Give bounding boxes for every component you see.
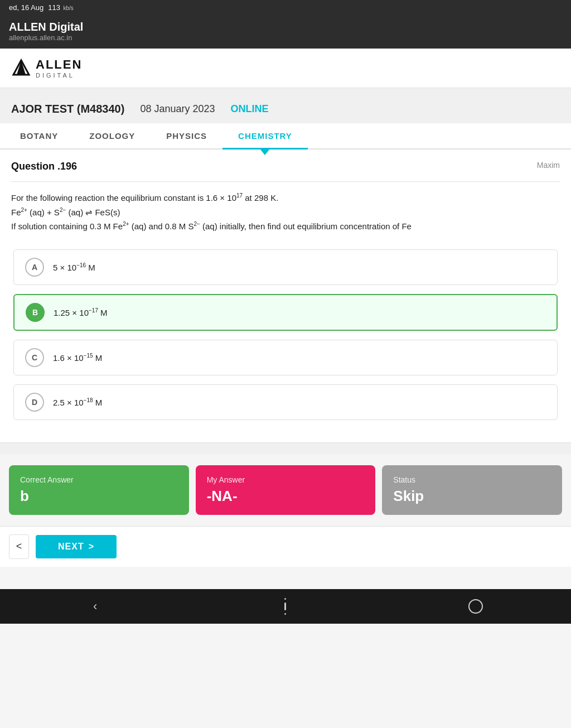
option-b[interactable]: B 1.25 × 10−17 M: [13, 294, 558, 331]
option-d[interactable]: D 2.5 × 10−18 M: [13, 384, 558, 420]
question-header: Question .196 Maxim: [11, 161, 560, 172]
option-b-circle: B: [26, 303, 45, 322]
android-recent-button[interactable]: [464, 598, 487, 615]
status-bar: ed, 16 Aug 113 kb/s: [0, 0, 571, 15]
option-b-text: 1.25 × 10−17 M: [54, 307, 108, 317]
my-answer-card: My Answer -NA-: [196, 465, 376, 515]
prev-button[interactable]: <: [9, 534, 29, 559]
android-nav-bar: ‹: [0, 589, 571, 624]
test-mode: ONLINE: [231, 103, 269, 115]
option-c-circle: C: [25, 348, 44, 367]
option-c[interactable]: C 1.6 × 10−15 M: [13, 340, 558, 375]
correct-answer-card: Correct Answer b: [9, 465, 189, 515]
status-value: Skip: [393, 488, 551, 505]
answer-cards: Correct Answer b My Answer -NA- Status S…: [0, 454, 571, 526]
my-answer-label: My Answer: [207, 475, 365, 484]
option-a[interactable]: A 5 × 10−16 M: [13, 249, 558, 285]
app-title: ALLEN Digital: [9, 21, 562, 33]
my-answer-value: -NA-: [207, 488, 365, 505]
android-back-button[interactable]: ‹: [84, 598, 107, 615]
android-home-button[interactable]: [274, 598, 297, 615]
next-arrow-icon: >: [89, 542, 94, 552]
tab-physics[interactable]: PHYSICS: [151, 123, 222, 148]
logo-text: ALLEN DIGITAL: [36, 57, 82, 79]
tab-active-arrow: [260, 150, 269, 155]
question-area: Question .196 Maxim For the following re…: [0, 150, 571, 443]
next-button[interactable]: NEXT >: [36, 535, 117, 558]
option-c-text: 1.6 × 10−15 M: [53, 353, 102, 363]
tab-zoology[interactable]: ZOOLOGY: [74, 123, 151, 148]
status-date: ed, 16 Aug: [9, 3, 43, 12]
logo-bar: ALLEN DIGITAL: [0, 49, 571, 88]
option-a-circle: A: [25, 258, 44, 277]
correct-answer-value: b: [20, 488, 178, 505]
option-d-text: 2.5 × 10−18 M: [53, 397, 102, 407]
tab-botany[interactable]: BOTANY: [4, 123, 74, 148]
option-d-circle: D: [25, 393, 44, 412]
app-header: ALLEN Digital allenplus.allen.ac.in: [0, 15, 571, 49]
allen-logo-icon: [11, 58, 31, 78]
tab-chemistry[interactable]: CHEMISTRY: [222, 123, 308, 148]
correct-answer-label: Correct Answer: [20, 475, 178, 484]
status-card: Status Skip: [382, 465, 562, 515]
nav-bar: < NEXT >: [0, 526, 571, 567]
test-header: AJOR TEST (M48340) 08 January 2023 ONLIN…: [0, 95, 571, 123]
status-label: Status: [393, 475, 551, 484]
option-a-text: 5 × 10−16 M: [53, 262, 95, 272]
question-text: For the following reaction the equilibri…: [11, 191, 560, 234]
app-url: allenplus.allen.ac.in: [9, 33, 562, 42]
test-date: 08 January 2023: [140, 103, 215, 115]
question-number: Question .196: [11, 161, 77, 172]
logo-allen: ALLEN: [36, 57, 82, 72]
options-list: A 5 × 10−16 M B 1.25 × 10−17 M C 1.6 × 1…: [11, 249, 560, 420]
status-speed: 113 kb/s: [48, 3, 74, 12]
logo-digital: DIGITAL: [36, 72, 82, 79]
question-maxmarks: Maxim: [537, 161, 560, 170]
test-title: AJOR TEST (M48340): [11, 103, 124, 115]
tabs-bar: BOTANY ZOOLOGY PHYSICS CHEMISTRY: [0, 123, 571, 150]
